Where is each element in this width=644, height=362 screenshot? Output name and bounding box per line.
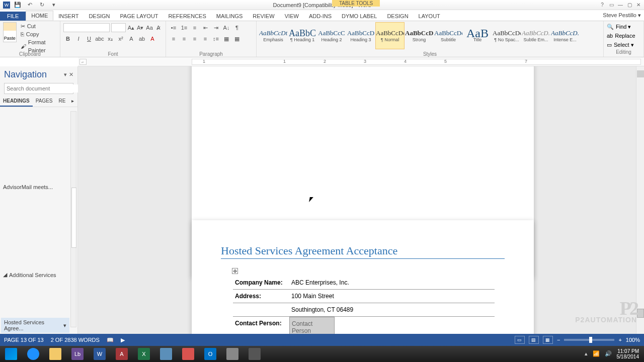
style-normal[interactable]: AaBbCcDd¶ Normal [375,22,405,49]
tab-table-layout[interactable]: LAYOUT [414,12,445,21]
superscript-icon[interactable]: x² [116,34,125,43]
paste-button[interactable]: Paste [3,22,17,42]
nav-dropdown-icon[interactable]: ▾ [64,71,67,78]
subscript-icon[interactable]: x₂ [106,34,115,43]
taskbar-app4[interactable] [221,346,244,361]
indent-icon[interactable]: ⇥ [211,23,220,32]
nav-heading-hosted[interactable]: Hosted Services Agree...▾ [1,318,69,333]
style-nospacing[interactable]: AaBbCcDd¶ No Spac... [492,22,521,49]
shrink-font-icon[interactable]: A▾ [136,23,144,32]
font-size-select[interactable] [111,23,125,32]
align-right-icon[interactable]: ≡ [190,34,199,43]
redo-icon[interactable]: ↻ [37,1,46,10]
search-input[interactable] [5,84,78,93]
strike-icon[interactable]: abc [95,34,104,43]
tab-addins[interactable]: ADD-INS [304,12,337,21]
pilcrow-icon[interactable]: ¶ [232,23,242,32]
tab-references[interactable]: REFERENCES [164,12,211,21]
undo-icon[interactable]: ↶ [25,1,34,10]
taskbar-app5[interactable] [244,346,266,361]
navigation-search[interactable]: 🔍▾ [4,83,73,94]
tab-home[interactable]: HOME [26,11,53,21]
change-case-icon[interactable]: Aa [145,23,153,32]
acceptance-table[interactable]: Company Name: ABC Enterprises, Inc. Addr… [233,276,495,334]
nav-tab-scroll-icon[interactable]: ▸ [68,96,77,107]
document-area[interactable]: 2013 HSA ● Version 2013.0 ● ©P2 Automati… [78,66,644,334]
taskbar-access[interactable]: A [111,346,133,361]
replace-button[interactable]: Replace [615,31,635,40]
taskbar-excel[interactable]: X [133,346,155,361]
font-name-select[interactable] [63,23,110,32]
multilevel-icon[interactable]: ≡ [190,23,199,32]
taskbar-app1[interactable]: Lb [66,346,89,361]
vertical-scrollbar[interactable] [636,66,644,334]
nav-close-icon[interactable]: ✕ [69,71,73,78]
style-heading1[interactable]: AaBbC¶ Heading 1 [288,22,317,49]
clock[interactable]: 11:07 PM 5/18/2014 [617,348,639,359]
borders-icon[interactable]: ▦ [232,34,242,43]
bullets-icon[interactable]: •≡ [169,23,178,32]
cut-button[interactable]: Cut [27,22,36,30]
underline-button[interactable]: U [85,34,94,43]
value-company[interactable]: ABC Enterprises, Inc. [289,276,495,289]
tab-file[interactable]: FILE [0,12,26,21]
zoom-level[interactable]: 100% [626,337,640,343]
sort-icon[interactable]: A↓ [222,23,231,32]
tab-view[interactable]: VIEW [280,12,304,21]
zoom-in-icon[interactable]: + [618,337,621,343]
shading-icon[interactable]: ▦ [222,34,231,43]
page-current[interactable]: Hosted Services Agreement Acceptance ✥ C… [192,220,534,334]
chevron-down-icon[interactable]: ▾ [63,322,66,329]
read-mode-icon[interactable]: ▭ [515,336,525,344]
status-page[interactable]: PAGE 13 OF 13 [4,337,44,343]
scroll-up-icon[interactable] [637,70,644,77]
taskbar-explorer[interactable] [44,346,66,361]
justify-icon[interactable]: ≡ [201,34,210,43]
value-address1[interactable]: 100 Main Street [289,290,495,303]
outdent-icon[interactable]: ⇤ [201,23,210,32]
taskbar-outlook[interactable]: O [199,346,221,361]
find-button[interactable]: Find ▾ [616,22,631,31]
maximize-icon[interactable]: ▢ [626,2,633,9]
value-address2[interactable]: Southington, CT 06489 [289,303,495,316]
tab-design[interactable]: DESIGN [84,12,115,21]
tab-review[interactable]: REVIEW [248,12,279,21]
style-intense-em[interactable]: AaBbCcD.Intense E... [550,22,580,49]
qat-more-icon[interactable]: ▾ [49,1,58,10]
tab-table-design[interactable]: DESIGN [382,12,413,21]
value-contact[interactable]: Contact Person [289,317,335,334]
ribbon-options-icon[interactable]: ▭ [608,2,615,9]
tab-selector[interactable]: ⌐ [79,59,87,65]
tab-dymo[interactable]: DYMO Label [337,12,382,21]
taskbar-word[interactable]: W [89,346,111,361]
clear-format-icon[interactable]: A̷ [155,23,163,32]
style-subtitle[interactable]: AaBbCcDcSubtitle [434,22,463,49]
web-layout-icon[interactable]: ▦ [543,336,553,344]
nav-tab-headings[interactable]: HEADINGS [0,96,33,107]
text-effects-icon[interactable]: A [127,34,136,43]
bold-button[interactable]: B [63,34,72,43]
tray-up-icon[interactable]: ▴ [581,350,588,357]
align-center-icon[interactable]: ≡ [180,34,189,43]
style-subtle-em[interactable]: AaBbCcD.Subtle Em... [521,22,550,49]
taskbar-ie[interactable] [22,346,44,361]
ruler[interactable]: ⌐ 1 1 2 3 4 5 7 [78,57,644,66]
taskbar-app3[interactable] [177,346,199,361]
align-left-icon[interactable]: ≡ [169,34,178,43]
nav-heading-advisormail[interactable]: AdvisorMail meets... [0,183,77,192]
zoom-out-icon[interactable]: − [557,337,560,343]
numbering-icon[interactable]: 1≡ [180,23,189,32]
start-button[interactable] [0,346,22,361]
style-heading2[interactable]: AaBbCcCHeading 2 [317,22,346,49]
highlight-icon[interactable]: ab [137,34,146,43]
nav-heading-additional[interactable]: ◢Additional Services [0,270,77,280]
minimize-icon[interactable]: — [617,2,624,9]
macro-icon[interactable]: ▶ [121,337,125,343]
font-color-icon[interactable]: A [148,34,157,43]
print-layout-icon[interactable]: ▤ [529,336,539,344]
italic-button[interactable]: I [74,34,83,43]
grow-font-icon[interactable]: A▴ [127,23,135,32]
style-emphasis[interactable]: AaBbCcDtEmphasis [259,22,288,49]
style-title[interactable]: AaBTitle [463,22,492,49]
proofing-icon[interactable]: 📖 [107,337,114,343]
